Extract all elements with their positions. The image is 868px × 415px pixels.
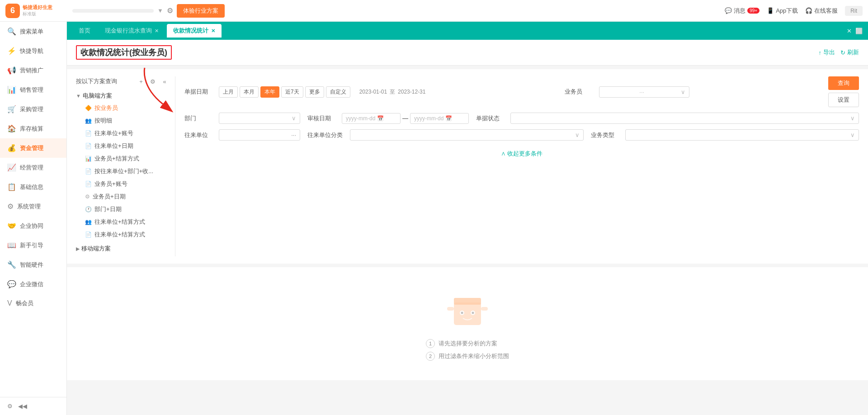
settings-icon[interactable]: ⚙ xyxy=(167,6,173,15)
sidebar-item-guide[interactable]: 📖 新手引导 xyxy=(0,236,66,255)
trial-button[interactable]: 体验行业方案 xyxy=(177,4,225,18)
scheme-add-icon[interactable]: + xyxy=(136,76,146,86)
settings-button[interactable]: 设置 xyxy=(828,93,859,107)
scheme-item-cp-set1-icon: 👥 xyxy=(85,219,92,225)
guide-icon: 📖 xyxy=(7,241,16,250)
app-download-btn[interactable]: 📱 App下载 xyxy=(767,7,798,15)
header-right: 💬 消息 99+ 📱 App下载 🎧 在线客服 Rit xyxy=(725,6,863,16)
sidebar-settings-icon[interactable]: ⚙ xyxy=(7,403,13,410)
hint-num-2: 2 xyxy=(426,352,435,361)
filter-area: 按以下方案查询 + ⚙ « ▼ 电脑端方案 xyxy=(67,69,868,264)
dropdown-arrow-icon[interactable]: ▼ xyxy=(157,7,163,14)
scheme-item-by-detail[interactable]: 👥 按明细 xyxy=(76,114,170,127)
export-icon: ↑ xyxy=(819,49,822,56)
collapse-more-conditions[interactable]: ∧ 收起更多条件 xyxy=(184,146,859,161)
salesman-select[interactable]: ··· ∨ xyxy=(599,86,689,98)
message-icon: 💬 xyxy=(725,7,732,14)
sidebar-item-purchase[interactable]: 🛒 采购管理 xyxy=(0,99,66,119)
tab-home[interactable]: 首页 xyxy=(72,24,97,38)
sidebar-item-hardware[interactable]: 🔧 智能硬件 xyxy=(0,255,66,274)
tab-collection-stats[interactable]: 收款情况统计 ✕ xyxy=(167,24,222,38)
review-date-to-input[interactable]: yyyy-mm-dd 📅 xyxy=(410,113,469,124)
counterparty-select[interactable]: ··· xyxy=(219,129,300,141)
page-header: 收款情况统计(按业务员) ↑ 导出 ↻ 刷新 xyxy=(67,40,868,66)
export-button[interactable]: ↑ 导出 xyxy=(819,48,835,57)
app-edition: 标准版 xyxy=(23,11,52,17)
weixin-icon: 💬 xyxy=(7,280,16,288)
sidebar-item-inventory[interactable]: 🏠 库存核算 xyxy=(0,119,66,138)
date-btn-last-month[interactable]: 上月 xyxy=(219,86,238,98)
scheme-panel: 按以下方案查询 + ⚙ « ▼ 电脑端方案 xyxy=(76,76,175,256)
sidebar-item-weixin[interactable]: 💬 企业微信 xyxy=(0,274,66,294)
tab-bank-flow[interactable]: 现金银行流水查询 ✕ xyxy=(99,24,165,38)
date-quick-btns: 上月 本月 本年 近7天 更多 自定义 xyxy=(219,86,350,98)
content-bottom: 1 请先选择要分析的方案 2 用过滤条件来缩小分析范围 xyxy=(67,267,868,380)
sidebar-item-finance[interactable]: 💰 资金管理 xyxy=(0,138,66,158)
main-layout: 🔍 搜索菜单 ⚡ 快捷导航 📢 营销推广 📊 销售管理 🛒 采购管理 🏠 库存核… xyxy=(0,22,868,415)
messages-btn[interactable]: 💬 消息 99+ xyxy=(725,7,760,15)
user-info[interactable]: Rit xyxy=(845,6,863,16)
review-date-group: yyyy-mm-dd 📅 — yyyy-mm-dd 📅 xyxy=(342,113,469,124)
scheme-item-dept-date-icon: 🕐 xyxy=(85,206,92,212)
messages-badge: 99+ xyxy=(747,8,760,14)
dept-select[interactable]: ∨ xyxy=(219,113,300,124)
sidebar-collapse-icon[interactable]: ◀◀ xyxy=(18,403,27,410)
calendar-to-icon: 📅 xyxy=(445,115,452,122)
date-btn-this-year[interactable]: 本年 xyxy=(260,86,279,98)
date-btn-this-month[interactable]: 本月 xyxy=(240,86,259,98)
scheme-item-by-salesman[interactable]: 🔶 按业务员 xyxy=(76,102,170,114)
scheme-item-cp-settlement1[interactable]: 👥 往来单位+结算方式 xyxy=(76,216,170,228)
doc-status-select[interactable]: ∨ xyxy=(510,113,859,124)
sidebar-item-member[interactable]: V 畅会员 xyxy=(0,294,66,313)
review-date-from-input[interactable]: yyyy-mm-dd 📅 xyxy=(342,113,401,124)
sidebar-item-quicknav[interactable]: ⚡ 快捷导航 xyxy=(0,41,66,61)
date-btn-custom[interactable]: 自定义 xyxy=(326,86,350,98)
tab-close-all-icon[interactable]: ✕ xyxy=(847,28,852,34)
tab-collection-stats-close[interactable]: ✕ xyxy=(211,28,215,34)
sidebar-item-collab[interactable]: 🤝 企业协同 xyxy=(0,216,66,236)
scheme-collapse-icon[interactable]: « xyxy=(160,76,170,86)
scheme-item-counterparty-account[interactable]: 📄 往来单位+账号 xyxy=(76,127,170,140)
scheme-item-cp-settlement2[interactable]: 📄 往来单位+结算方式 xyxy=(76,228,170,241)
scheme-item-salesman-account[interactable]: 📄 业务员+账号 xyxy=(76,178,170,190)
sidebar-item-marketing[interactable]: 📢 营销推广 xyxy=(0,61,66,80)
scheme-group-mobile-header[interactable]: ▶ 移动端方案 xyxy=(76,243,170,255)
date-btn-more[interactable]: 更多 xyxy=(305,86,324,98)
empty-hint-2: 2 用过滤条件来缩小分析范围 xyxy=(426,352,509,361)
sidebar-item-sales[interactable]: 📊 销售管理 xyxy=(0,80,66,99)
date-btn-7days[interactable]: 近7天 xyxy=(281,86,303,98)
refresh-button[interactable]: ↻ 刷新 xyxy=(840,48,859,57)
scheme-item-salesman-settlement[interactable]: 📊 业务员+结算方式 xyxy=(76,152,170,165)
filter-right: 单据日期 上月 本月 本年 近7天 更多 自定义 2023-01-01 xyxy=(184,76,859,256)
svg-point-4 xyxy=(461,312,463,314)
counterparty-category-select[interactable]: ∨ xyxy=(350,129,584,141)
tab-bank-flow-close[interactable]: ✕ xyxy=(155,28,159,34)
dept-label: 部门 xyxy=(184,114,212,123)
sidebar-item-base-info[interactable]: 📋 基础信息 xyxy=(0,177,66,197)
query-button[interactable]: 查询 xyxy=(828,76,859,90)
svg-rect-0 xyxy=(454,302,481,325)
sidebar-item-search[interactable]: 🔍 搜索菜单 xyxy=(0,22,66,41)
scheme-item-counterparty-dept[interactable]: 📄 按往来单位+部门+收... xyxy=(76,165,170,178)
online-service-btn[interactable]: 🎧 在线客服 xyxy=(805,7,838,15)
page-title: 收款情况统计(按业务员) xyxy=(76,45,172,60)
breadcrumb-nav xyxy=(72,9,154,13)
svg-rect-7 xyxy=(481,307,488,311)
sidebar-bottom: ⚙ ◀◀ xyxy=(0,397,66,415)
sidebar-item-operations[interactable]: 📈 经营管理 xyxy=(0,158,66,177)
scheme-group-desktop-header[interactable]: ▼ 电脑端方案 xyxy=(76,90,170,102)
tab-maximize-icon[interactable]: ⬜ xyxy=(855,28,863,34)
scheme-item-sm-date-icon: ⚙ xyxy=(85,193,90,200)
empty-illustration xyxy=(445,287,490,332)
scheme-item-cp-dept-icon: 📄 xyxy=(85,168,92,174)
counterparty-label: 往来单位 xyxy=(184,131,212,139)
scheme-settings-icon[interactable]: ⚙ xyxy=(148,76,158,86)
counterparty-category-label: 往来单位分类 xyxy=(307,131,343,139)
scheme-item-dept-date[interactable]: 🕐 部门+日期 xyxy=(76,203,170,216)
scheme-item-salesman-date[interactable]: ⚙ 业务员+日期 xyxy=(76,190,170,203)
sidebar-item-system[interactable]: ⚙ 系统管理 xyxy=(0,197,66,216)
scheme-item-counterparty-date[interactable]: 📄 往来单位+日期 xyxy=(76,140,170,152)
biz-type-select[interactable]: ∨ xyxy=(625,129,859,141)
svg-rect-1 xyxy=(454,298,481,305)
filter-actions: 查询 设置 xyxy=(828,76,859,107)
